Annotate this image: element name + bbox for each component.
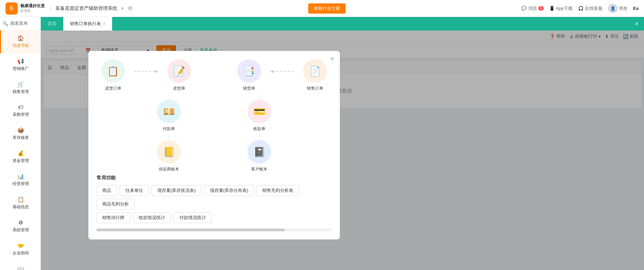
user-item[interactable]: 👤 用友 [608,4,628,13]
func-btn-partners[interactable]: 往来单位 [120,185,149,196]
flow-diagram: 📋 进货订单 ▶ [97,59,332,172]
func-btn-sales-ranking[interactable]: 销售排行榜 [97,212,130,223]
sidebar-search[interactable]: 🔍 搜索菜单 [0,17,40,30]
func-btn-collection-stats[interactable]: 收款情况统计 [133,212,171,223]
vertical-arrows-row2: ↓ ↓ [97,133,332,139]
tab-sales-order[interactable]: 销售订单执行表 × [63,17,112,31]
receipt-bill-label: 收款单 [253,126,265,132]
message-label: 消息 [528,5,537,12]
service-item[interactable]: 🎧 在线客服 [578,5,603,12]
sidebar-item-operation[interactable]: 📊 经营管理 [0,168,40,192]
sidebar-item-newbie[interactable]: 📖 新手引导 [0,261,40,270]
user-label: 用友 [619,5,628,12]
logo-area: 6 畅康通好生意 标准版 [5,2,46,15]
tab-bar-wrapper: 首页 销售订单执行表 × × [41,17,644,31]
main-container: 🔍 搜索菜单 🏠 快捷导航 📢 营销推广 🛒 销售管理 🏷 采购管理 📦 [0,17,644,270]
scroll-track [97,229,332,231]
ea-label: Ea [633,6,639,11]
vertical-arrows-row1: ↓ ↓ [97,93,332,98]
tab-bar: 首页 销售订单执行表 × × [41,17,644,31]
sidebar-item-basic-info[interactable]: 📋 基础信息 [0,192,40,215]
basic-info-icon: 📋 [17,196,24,203]
func-btn-product-margin[interactable]: 商品毛利分析 [97,199,135,210]
arrow-down-payment: ↓ [157,133,181,139]
receipt-bill-circle: 💳 [247,100,271,123]
func-btn-product[interactable]: 商品 [97,185,117,196]
sales-bill-circle: 📑 [237,59,261,83]
function-buttons: 商品 往来单位 现存量(库存状况表) 现存量(库存分布表) 销售毛利分析表 商品… [97,185,332,210]
func-btn-payment-stats[interactable]: 付款情况统计 [174,212,212,223]
top-bar: 6 畅康通好生意 标准版 | 装备及固定资产辅助管理系统 ▾ ⚙ 体验行业方案 … [0,0,644,17]
sidebar-item-label-marketing: 营销推广 [13,66,29,72]
sales-order-circle: 📄 [303,59,327,83]
scroll-thumb[interactable] [97,229,285,231]
flow-node-payment-bill: 💴 付款单 [157,100,181,132]
quick-nav-icon: 🏠 [17,35,24,41]
system-icon: ⚙ [18,219,23,226]
purchase-order-label: 进货订单 [105,86,121,91]
modal: × 📋 进货订单 [88,51,340,239]
common-functions-title: 常用功能 [97,175,332,181]
flow-bot-row: 📒 供应商账本 📓 客户账本 [97,140,332,172]
logo-title: 畅康通好生意 [20,3,45,8]
tab-close-icon[interactable]: × [103,21,105,26]
sidebar-search-label: 搜索菜单 [10,20,28,26]
sidebar-item-marketing[interactable]: 📢 营销推广 [0,53,40,76]
flow-node-supplier-ledger: 📒 供应商账本 [157,140,181,172]
marketing-icon: 📢 [17,58,24,65]
enterprise-icon: 🤝 [17,242,24,249]
app-download-label: App下载 [556,5,573,12]
func-btn-sales-margin[interactable]: 销售毛利分析表 [257,185,299,196]
flow-node-customer-ledger: 📓 客户账本 [247,140,271,172]
sidebar-item-enterprise[interactable]: 🤝 企业协同 [0,238,40,261]
service-label: 在线客服 [585,5,603,12]
sidebar-item-finance[interactable]: 💰 资金管理 [0,145,40,168]
sales-order-label: 销售订单 [307,86,323,91]
arrow-sales-order-to-bill: ◀ [270,69,294,74]
message-item[interactable]: 💬 消息 6 [521,5,544,12]
logo-sub: 标准版 [20,8,45,13]
purchase-order-circle: 📋 [101,59,125,83]
flow-node-purchase-bill: 📝 进货单 [167,59,191,91]
customer-ledger-label: 客户账本 [251,166,267,172]
inventory-icon: 📦 [17,127,24,133]
common-functions: 常用功能 商品 往来单位 现存量(库存状况表) 现存量(库存分布表) 销售毛利分… [97,175,332,223]
func-btn-stock-status[interactable]: 现存量(库存状况表) [152,185,202,196]
logo-icon: 6 [5,2,18,15]
sidebar-item-label-system: 系统管理 [13,227,29,233]
modal-close-btn[interactable]: × [330,55,334,63]
tab-bar-close-btn[interactable]: × [635,20,644,28]
page-content: ❓ 帮助 🖨 按模板打印 ▾ ⬆ 导出 🔄 刷新 [41,31,644,270]
customer-ledger-circle: 📓 [247,140,271,164]
top-bar-actions: 体验行业方案 [308,3,346,14]
settings-icon[interactable]: ⚙ [128,5,133,12]
supplier-ledger-label: 供应商账本 [159,166,179,172]
sidebar-item-label-inventory: 库存核算 [13,135,29,141]
tab-sales-order-label: 销售订单执行表 [70,21,101,27]
sidebar-item-system[interactable]: ⚙ 系统管理 [0,215,40,238]
message-badge: 6 [538,6,544,11]
content-area: 首页 销售订单执行表 × × ❓ 帮助 [41,17,644,270]
sidebar-item-label-finance: 资金管理 [13,158,29,164]
app-download-item[interactable]: 📱 App下载 [549,5,573,12]
sidebar-item-purchase[interactable]: 🏷 采购管理 [0,100,40,122]
flow-node-purchase-order: 📋 进货订单 [101,59,125,91]
tab-home-label: 首页 [48,21,56,27]
system-title: 装备及固定资产辅助管理系统 [55,5,117,12]
top-bar-left: 6 畅康通好生意 标准版 | 装备及固定资产辅助管理系统 ▾ ⚙ [5,2,133,15]
tab-home[interactable]: 首页 [41,17,63,31]
trial-button[interactable]: 体验行业方案 [308,3,346,14]
flow-mid-row: 💴 付款单 💳 收款单 [97,100,332,132]
sidebar-item-sales[interactable]: 🛒 销售管理 [0,76,40,100]
sidebar-item-inventory[interactable]: 📦 库存核算 [0,122,40,145]
sales-bill-label: 销货单 [243,86,255,91]
func-btn-stock-dist[interactable]: 现存量(库存分布表) [204,185,254,196]
sidebar-item-quick-nav[interactable]: 🏠 快捷导航 [0,30,40,53]
function-buttons-row2: 销售排行榜 收款情况统计 付款情况统计 [97,212,332,223]
dropdown-icon[interactable]: ▾ [121,6,124,11]
sales-icon: 🛒 [17,81,24,88]
arrow-down-receipt: ↓ [247,133,271,139]
search-icon: 🔍 [3,21,8,26]
logo-text: 畅康通好生意 标准版 [20,3,45,13]
flow-node-sales-bill: 📑 销货单 [237,59,261,91]
